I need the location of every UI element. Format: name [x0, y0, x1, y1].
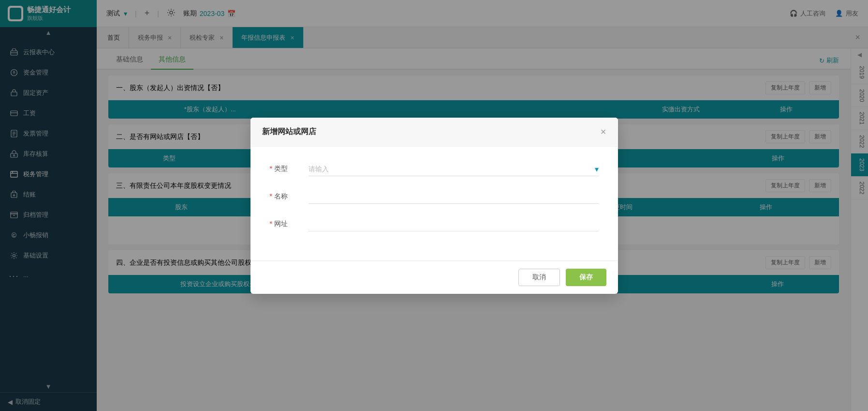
- form-field-url: * 网址: [270, 217, 599, 231]
- url-input[interactable]: [309, 217, 599, 231]
- form-field-name: * 名称: [270, 190, 599, 204]
- form-field-type: * 类型 ▾: [270, 162, 599, 176]
- modal-overlay[interactable]: 新增网站或网店 × * 类型 ▾ * 名称: [0, 0, 868, 411]
- label-text-name: 名称: [274, 192, 288, 200]
- modal-close-btn[interactable]: ×: [601, 126, 606, 137]
- modal-footer: 取消 保存: [250, 260, 618, 294]
- required-star-url: *: [270, 220, 272, 228]
- form-label-url: * 网址: [270, 220, 309, 228]
- modal-body: * 类型 ▾ * 名称 *: [250, 147, 618, 260]
- label-text-url: 网址: [274, 220, 288, 228]
- name-input[interactable]: [309, 190, 599, 204]
- modal-add-website: 新增网站或网店 × * 类型 ▾ * 名称: [250, 118, 618, 294]
- form-label-name: * 名称: [270, 192, 309, 201]
- form-input-wrap-type: ▾: [309, 162, 599, 176]
- required-star-type: *: [270, 165, 272, 172]
- modal-title: 新增网站或网店: [262, 127, 316, 137]
- form-input-wrap-url: [309, 217, 599, 231]
- label-text-type: 类型: [274, 165, 288, 172]
- cancel-btn[interactable]: 取消: [518, 269, 560, 286]
- save-btn[interactable]: 保存: [566, 269, 606, 286]
- modal-header: 新增网站或网店 ×: [250, 118, 618, 147]
- form-label-type: * 类型: [270, 165, 309, 173]
- type-input[interactable]: [309, 162, 599, 176]
- required-star-name: *: [270, 192, 272, 200]
- form-input-wrap-name: [309, 190, 599, 204]
